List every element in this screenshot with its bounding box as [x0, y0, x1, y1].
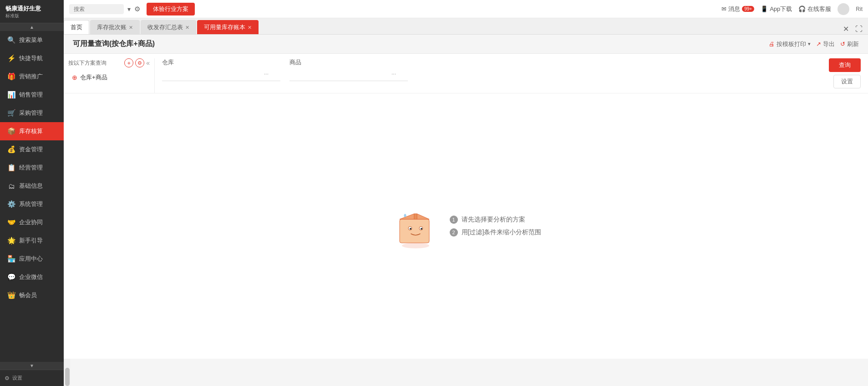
filter-icons: + ⚙ « [124, 58, 150, 67]
svg-point-0 [402, 243, 429, 248]
scrollbar-handle[interactable] [65, 368, 70, 386]
sidebar-item-label-basic: 基础信息 [19, 182, 43, 190]
close-tab-batch-account[interactable]: ✕ [129, 25, 133, 31]
settings-scheme-btn[interactable]: ⚙ [135, 58, 144, 67]
appstore-icon: 🏪 [7, 255, 15, 263]
avatar[interactable] [838, 3, 849, 15]
add-scheme-btn[interactable]: + [124, 58, 133, 67]
dropdown-icon[interactable]: ▾ [127, 5, 131, 13]
sidebar-scroll-down[interactable]: ▼ [0, 362, 64, 370]
marketing-icon: 🎁 [7, 72, 15, 81]
sidebar-item-label-inventory: 库存核算 [19, 127, 43, 135]
scheme-warehouse-product[interactable]: ⊕ 仓库+商品 [68, 71, 150, 84]
sidebar-item-basic[interactable]: 🗂 基础信息 [0, 177, 64, 195]
sidebar-item-label-operations: 经营管理 [19, 164, 43, 172]
sidebar-item-guide[interactable]: 🌟 新手引导 [0, 232, 64, 250]
wechat-icon: 💬 [7, 273, 15, 281]
finance-icon: 💰 [7, 145, 15, 154]
filter-section: 按以下方案查询 + ⚙ « ⊕ 仓库+商品 仓库 [64, 54, 868, 93]
sidebar-bottom: ⚙ 设置 [0, 370, 64, 386]
export-action[interactable]: ↗ 导出 [816, 40, 835, 48]
filter-actions: 查询 设置 [829, 58, 861, 88]
search-input[interactable] [69, 4, 124, 14]
right-scrollbar[interactable] [64, 359, 70, 386]
message-icon: ✉ [721, 5, 726, 12]
sidebar-item-wechat[interactable]: 💬 企业微信 [0, 268, 64, 286]
filter-scheme-label: 按以下方案查询 [68, 59, 107, 67]
warehouse-input[interactable] [162, 68, 262, 79]
close-tab-icon[interactable]: ✕ [841, 24, 851, 34]
app-edition: 标准版 [5, 13, 58, 19]
query-button[interactable]: 查询 [829, 58, 861, 72]
enterprise-icon: 🤝 [7, 218, 15, 226]
sidebar-item-inventory[interactable]: 📦 库存核算 [0, 122, 64, 140]
sidebar-item-marketing[interactable]: 🎁 营销推广 [0, 67, 64, 86]
tab-home[interactable]: 首页 [64, 20, 89, 34]
sidebar-item-label-enterprise: 企业协同 [19, 218, 43, 226]
print-label: 按模板打印 [777, 40, 806, 48]
export-icon: ↗ [816, 41, 821, 47]
sidebar-item-member[interactable]: 👑 畅会员 [0, 286, 64, 304]
refresh-action[interactable]: ↺ 刷新 [840, 40, 859, 48]
product-label: 商品 [289, 58, 408, 67]
sidebar-item-label-sales: 销售管理 [19, 91, 43, 99]
app-download-btn[interactable]: 📱 App下载 [761, 5, 792, 13]
trial-button[interactable]: 体验行业方案 [147, 3, 195, 15]
empty-hint-1: 1 请先选择要分析的方案 [450, 216, 542, 224]
tab-batch-account[interactable]: 库存批次账✕ [90, 20, 140, 34]
app-download-label: App下载 [770, 5, 792, 13]
expand-icon[interactable]: ⛶ [853, 24, 864, 34]
message-btn[interactable]: ✉ 消息 99+ [721, 5, 754, 13]
sidebar-item-appstore[interactable]: 🏪 应用中心 [0, 250, 64, 268]
sidebar-item-label-finance: 资金管理 [19, 145, 43, 154]
svg-marker-4 [414, 214, 417, 219]
headset-icon: 🎧 [798, 5, 806, 12]
filter-field-product: 商品 ··· [289, 58, 408, 81]
sidebar-item-enterprise[interactable]: 🤝 企业协同 [0, 213, 64, 232]
sidebar-item-label-appstore: 应用中心 [19, 255, 43, 263]
print-dropdown-icon[interactable]: ▾ [808, 41, 811, 47]
filter-left: 按以下方案查询 + ⚙ « ⊕ 仓库+商品 [64, 58, 155, 93]
tab-available-ledger[interactable]: 可用量库存账本✕ [197, 20, 259, 34]
sidebar-item-sales[interactable]: 📊 销售管理 [0, 86, 64, 104]
sidebar-item-shortcut[interactable]: ⚡ 快捷导航 [0, 49, 64, 67]
sidebar-item-system[interactable]: ⚙️ 系统管理 [0, 195, 64, 213]
sidebar-nav: 🔍 搜索菜单 ⚡ 快捷导航 🎁 营销推广 📊 销售管理 🛒 采购管理 📦 库存核… [0, 31, 64, 362]
gear-icon[interactable]: ⚙ [134, 5, 140, 13]
message-label: 消息 [728, 5, 740, 13]
export-label: 导出 [823, 40, 835, 48]
sidebar-item-operations[interactable]: 📋 经营管理 [0, 159, 64, 177]
sidebar-bottom-label: 设置 [12, 375, 22, 381]
print-action[interactable]: 🖨 按模板打印 ▾ [769, 40, 811, 48]
warehouse-more-icon[interactable]: ··· [264, 71, 269, 77]
sales-icon: 📊 [7, 91, 15, 99]
close-tab-available-ledger[interactable]: ✕ [248, 25, 252, 31]
product-more-icon[interactable]: ··· [391, 71, 396, 77]
sidebar-item-label-guide: 新手引导 [19, 237, 43, 245]
sidebar-item-purchase[interactable]: 🛒 采购管理 [0, 104, 64, 122]
customer-service-btn[interactable]: 🎧 在线客服 [798, 5, 831, 13]
empty-hint-2: 2 用[过滤]条件来缩小分析范围 [450, 228, 542, 237]
sidebar-item-label-system: 系统管理 [19, 200, 43, 208]
filter-left-header: 按以下方案查询 + ⚙ « [68, 58, 150, 67]
sidebar-item-search[interactable]: 🔍 搜索菜单 [0, 31, 64, 49]
phone-icon: 📱 [761, 5, 768, 12]
tabs-bar-right: ✕ ⛶ [841, 24, 868, 34]
sidebar-item-finance[interactable]: 💰 资金管理 [0, 140, 64, 159]
close-tab-inventory-summary[interactable]: ✕ [185, 25, 189, 31]
sidebar-item-label-member: 畅会员 [19, 291, 37, 299]
tab-inventory-summary[interactable]: 收发存汇总表✕ [141, 20, 196, 34]
settings-button[interactable]: 设置 [833, 75, 861, 88]
tab-label-available-ledger: 可用量库存账本 [204, 23, 245, 31]
svg-rect-1 [400, 219, 429, 243]
sidebar-scroll-up[interactable]: ▲ [0, 23, 64, 31]
refresh-icon: ↺ [840, 41, 845, 47]
refresh-label: 刷新 [847, 40, 859, 48]
system-icon: ⚙️ [7, 200, 15, 208]
hint-text-2: 用[过滤]条件来缩小分析范围 [462, 228, 542, 237]
operations-icon: 📋 [7, 164, 15, 172]
empty-illustration [391, 201, 441, 251]
message-badge: 99+ [742, 6, 754, 12]
collapse-btn[interactable]: « [146, 59, 150, 67]
product-input[interactable] [289, 68, 390, 79]
